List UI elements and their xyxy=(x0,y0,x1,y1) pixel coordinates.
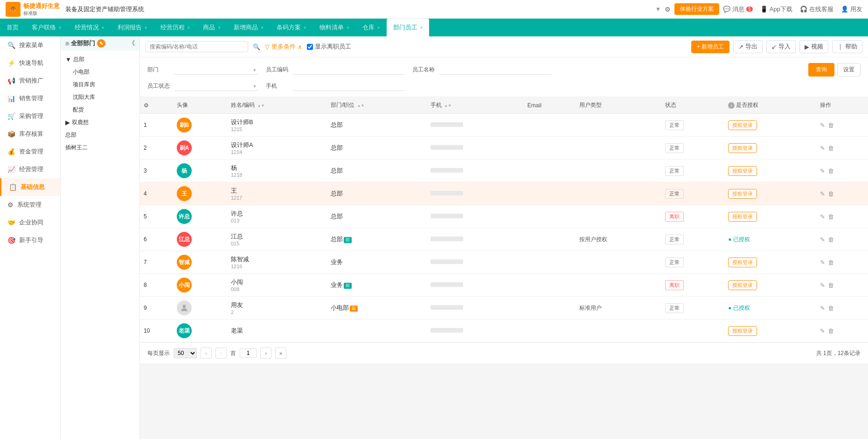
close-icon[interactable]: × xyxy=(420,25,423,30)
trial-button[interactable]: 体验行业方案 xyxy=(674,3,719,15)
search-input[interactable] xyxy=(146,41,248,52)
close-icon[interactable]: × xyxy=(261,25,264,30)
help-button[interactable]: ｜ 帮助 xyxy=(832,40,862,53)
edit-icon[interactable]: ✎ xyxy=(820,167,825,174)
dept-node-zongbu2[interactable]: 总部 xyxy=(61,129,139,141)
delete-icon[interactable]: 🗑 xyxy=(828,190,834,197)
import-button[interactable]: ↙ 导入 xyxy=(766,40,796,53)
delete-icon[interactable]: 🗑 xyxy=(828,145,834,152)
dropdown-arrow[interactable]: ▼ xyxy=(655,6,661,13)
dept-edit-icon[interactable]: ✎ xyxy=(97,39,105,48)
delete-icon[interactable]: 🗑 xyxy=(828,167,834,174)
tab-customer[interactable]: 客户联络 × xyxy=(25,19,68,36)
user-avatar-btn[interactable]: 👤 用友 xyxy=(841,5,862,14)
dept-node-zongbu[interactable]: ▼ 总部 xyxy=(61,53,139,66)
search-button[interactable]: 🔍 xyxy=(253,43,260,50)
edit-icon[interactable]: ✎ xyxy=(820,305,825,312)
sidebar-item-sales[interactable]: 📊 销售管理 xyxy=(0,90,60,107)
close-icon[interactable]: × xyxy=(145,25,147,30)
dept-node-xiaodian[interactable]: 小电部 xyxy=(68,66,139,78)
col-dept-pos[interactable]: 部门/职位 ▲▼ xyxy=(327,97,427,114)
close-icon[interactable]: × xyxy=(102,25,104,30)
delete-icon[interactable]: 🗑 xyxy=(828,213,834,220)
sidebar-item-marketing[interactable]: 📢 营销推广 xyxy=(0,72,60,90)
last-page-btn[interactable]: » xyxy=(275,348,286,359)
online-service-btn[interactable]: 🎧 在线客服 xyxy=(800,5,833,14)
gear-icon[interactable]: ⚙ xyxy=(665,6,671,13)
edit-icon[interactable]: ✎ xyxy=(820,145,825,152)
prev-page-btn[interactable]: ‹ xyxy=(215,348,227,359)
add-employee-button[interactable]: + 新增员工 xyxy=(691,41,729,53)
emp-name-input[interactable] xyxy=(439,65,551,75)
edit-icon[interactable]: ✎ xyxy=(820,213,825,220)
emp-code-input[interactable] xyxy=(293,65,405,75)
tab-barcode[interactable]: 条码方案 × xyxy=(270,19,313,36)
close-icon[interactable]: × xyxy=(218,25,221,30)
sidebar-item-collab[interactable]: 🤝 企业协同 xyxy=(0,214,60,231)
tab-history[interactable]: 经营历程 × xyxy=(154,19,197,36)
auth-login-button[interactable]: 授权登录 xyxy=(728,212,757,222)
edit-icon[interactable]: ✎ xyxy=(820,190,825,197)
dept-all[interactable]: ⊞ 全部部门 ✎ 《 xyxy=(61,36,139,50)
close-icon[interactable]: × xyxy=(347,25,349,30)
auth-login-button[interactable]: 授权登录 xyxy=(728,326,757,336)
tab-dept-staff[interactable]: 部门员工 × xyxy=(387,19,430,36)
col-settings[interactable]: ⚙ xyxy=(140,97,173,114)
edit-icon[interactable]: ✎ xyxy=(820,328,825,334)
collapse-btn[interactable]: 《 xyxy=(129,39,135,48)
auth-login-button[interactable]: 授权登录 xyxy=(728,143,757,153)
set-button[interactable]: 设置 xyxy=(837,63,861,77)
close-icon[interactable]: × xyxy=(59,25,62,30)
tab-operation[interactable]: 经营情况 × xyxy=(68,19,111,36)
tab-add-goods[interactable]: 新增商品 × xyxy=(227,19,270,36)
sidebar-item-finance[interactable]: 💰 资金管理 xyxy=(0,143,60,160)
auth-login-button[interactable]: 授权登录 xyxy=(728,258,757,267)
message-btn[interactable]: 💬 消息 5 xyxy=(723,5,753,14)
tab-bom[interactable]: 物料清单 × xyxy=(313,19,356,36)
sidebar-item-nav[interactable]: ⚡ 快速导航 xyxy=(0,54,60,72)
phone-input[interactable] xyxy=(293,81,405,91)
sidebar-item-operation[interactable]: 📈 经营管理 xyxy=(0,160,60,178)
more-filter-btn[interactable]: ▽ 更多条件 ∧ xyxy=(265,42,302,51)
delete-icon[interactable]: 🗑 xyxy=(828,122,834,129)
dept-node-peihuo[interactable]: 配货 xyxy=(68,104,139,116)
col-phone[interactable]: 手机 ▲▼ xyxy=(427,97,524,114)
dept-node-shenyang[interactable]: 沈阳大库 xyxy=(68,91,139,104)
page-number-input[interactable] xyxy=(240,348,257,358)
sidebar-item-search[interactable]: 🔍 搜索菜单 xyxy=(0,36,60,54)
dept-select[interactable] xyxy=(174,65,258,75)
col-name-code[interactable]: 姓名/编码 ▲▼ xyxy=(227,97,327,114)
sidebar-item-purchase[interactable]: 🛒 采购管理 xyxy=(0,107,60,125)
export-button[interactable]: ↗ 导出 xyxy=(733,40,763,53)
auth-info-icon[interactable]: i xyxy=(728,102,735,109)
query-button[interactable]: 查询 xyxy=(808,63,834,77)
first-page-btn[interactable]: « xyxy=(201,348,212,359)
delete-icon[interactable]: 🗑 xyxy=(828,305,834,312)
show-quit-input[interactable] xyxy=(307,44,313,50)
app-download-btn[interactable]: 📱 App下载 xyxy=(760,5,792,14)
close-icon[interactable]: × xyxy=(187,25,190,30)
edit-icon[interactable]: ✎ xyxy=(820,236,825,243)
tab-warehouse[interactable]: 仓库 × xyxy=(356,19,387,36)
per-page-select[interactable]: 50 100 xyxy=(174,348,197,358)
dept-node-chashuwang[interactable]: 插树王二 xyxy=(61,141,139,154)
tab-profit[interactable]: 利润报告 × xyxy=(111,19,154,36)
edit-icon[interactable]: ✎ xyxy=(820,282,825,289)
edit-icon[interactable]: ✎ xyxy=(820,122,825,129)
delete-icon[interactable]: 🗑 xyxy=(828,328,834,334)
dept-node-shuangluxiang[interactable]: ▶ 双鹿想 xyxy=(61,116,139,129)
auth-login-button[interactable]: 授权登录 xyxy=(728,280,757,290)
video-button[interactable]: ▶ 视频 xyxy=(799,40,828,53)
delete-icon[interactable]: 🗑 xyxy=(828,259,834,266)
dept-node-project[interactable]: 项目库房 xyxy=(68,78,139,91)
next-page-btn[interactable]: › xyxy=(260,348,271,359)
tab-goods[interactable]: 商品 × xyxy=(196,19,227,36)
status-select[interactable] xyxy=(174,81,258,91)
auth-login-button[interactable]: 授权登录 xyxy=(728,189,757,199)
tab-home[interactable]: 首页 xyxy=(0,19,25,36)
sidebar-item-guide[interactable]: 🎯 新手引导 xyxy=(0,231,60,249)
auth-login-button[interactable]: 授权登录 xyxy=(728,120,757,130)
sidebar-item-system[interactable]: ⚙ 系统管理 xyxy=(0,196,60,214)
delete-icon[interactable]: 🗑 xyxy=(828,282,834,289)
edit-icon[interactable]: ✎ xyxy=(820,259,825,266)
